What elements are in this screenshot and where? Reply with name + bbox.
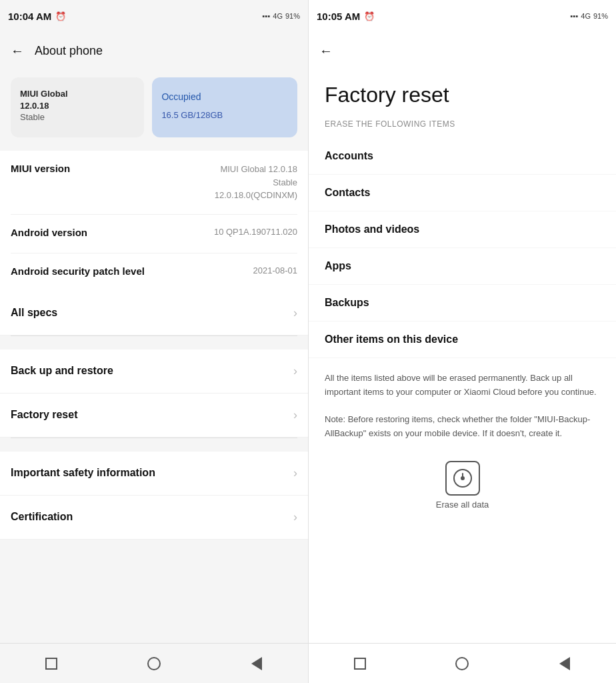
erase-contacts-label: Contacts (325, 187, 370, 198)
factory-reset-label: Factory reset (11, 409, 78, 421)
miui-card-line1: MIUI Global (20, 88, 135, 100)
left-back-nav[interactable] (247, 654, 266, 673)
right-signal-icon: ▪▪▪ (571, 12, 579, 20)
factory-reset-chevron: › (293, 408, 297, 422)
miui-card-line2: 12.0.18 (20, 100, 135, 112)
right-home-nav[interactable] (453, 654, 471, 673)
factory-reset-content: Factory reset ERASE THE FOLLOWING ITEMS … (309, 69, 616, 643)
left-header: ← About phone (0, 32, 308, 69)
storage-card: Occupied 16.5 GB/128GB (152, 77, 297, 137)
left-battery-label: 91% (285, 12, 300, 20)
miui-version-card: MIUI Global 12.0.18 Stable (11, 77, 144, 137)
info-section: MIUI version MIUI Global 12.0.18 Stable … (0, 151, 308, 291)
all-specs-chevron: › (293, 306, 297, 320)
erase-item-backups: Backups (309, 285, 616, 321)
left-circle-icon (147, 657, 161, 670)
safety-info-row[interactable]: Important safety information › (0, 452, 308, 496)
left-alarm-icon: ⏰ (55, 11, 66, 21)
erase-item-contacts: Contacts (309, 175, 616, 211)
left-home-nav[interactable] (145, 654, 163, 673)
erase-accounts-label: Accounts (325, 150, 373, 161)
android-version-row: Android version 10 QP1A.190711.020 (11, 215, 297, 253)
left-signal-icon: ▪▪▪ (263, 12, 271, 20)
left-back-button[interactable]: ← (11, 43, 24, 59)
certification-chevron: › (293, 510, 297, 524)
right-time: 10:05 AM (317, 11, 360, 22)
erase-photos-label: Photos and videos (325, 223, 419, 235)
safety-info-label: Important safety information (11, 467, 155, 479)
right-back-button[interactable]: ← (319, 43, 333, 59)
erase-item-other: Other items on this device (309, 321, 616, 358)
left-square-nav[interactable] (42, 654, 61, 673)
right-bottom-nav (309, 643, 616, 683)
left-square-icon (45, 658, 57, 670)
right-panel: 10:05 AM ⏰ ▪▪▪ 4G 91% ← Factory reset ER… (308, 0, 616, 683)
left-status-bar: 10:04 AM ⏰ ▪▪▪ 4G 91% (0, 0, 308, 32)
erase-button-area: Erase all data (309, 454, 616, 523)
left-bottom-nav (0, 643, 308, 683)
note1: All the items listed above will be erase… (325, 372, 600, 400)
notes-section: All the items listed above will be erase… (309, 358, 616, 454)
left-panel: 10:04 AM ⏰ ▪▪▪ 4G 91% ← About phone MIUI… (0, 0, 308, 683)
backup-restore-label: Back up and restore (11, 365, 113, 377)
miui-card-line3: Stable (20, 112, 135, 122)
right-status-bar: 10:05 AM ⏰ ▪▪▪ 4G 91% (309, 0, 616, 32)
right-alarm-icon: ⏰ (364, 11, 375, 21)
right-triangle-icon (559, 657, 570, 670)
security-patch-value: 2021-08-01 (253, 265, 298, 275)
right-back-nav[interactable] (555, 654, 574, 673)
erase-item-accounts: Accounts (309, 138, 616, 175)
right-square-icon (354, 658, 366, 670)
right-circle-icon (455, 657, 469, 670)
erase-other-label: Other items on this device (325, 333, 458, 345)
left-4g-label: 4G (273, 12, 283, 20)
storage-value: 16.5 GB/128GB (161, 102, 288, 123)
backup-restore-chevron: › (293, 364, 297, 378)
all-specs-row[interactable]: All specs › (0, 291, 308, 335)
erase-item-photos: Photos and videos (309, 211, 616, 248)
backup-restore-row[interactable]: Back up and restore › (0, 350, 308, 394)
safety-info-chevron: › (293, 466, 297, 480)
section-gap-2 (0, 438, 308, 452)
storage-total: /128GB (193, 110, 223, 120)
security-patch-row: Android security patch level 2021-08-01 (11, 253, 297, 291)
left-time: 10:04 AM (8, 11, 51, 22)
all-specs-label: All specs (11, 307, 57, 319)
note2: Note: Before restoring items, check whet… (325, 413, 600, 441)
right-header: ← (309, 32, 616, 69)
miui-version-row: MIUI version MIUI Global 12.0.18 Stable … (11, 151, 297, 215)
miui-version-label: MIUI version (11, 163, 70, 174)
left-triangle-icon (251, 657, 262, 670)
right-4g-label: 4G (581, 12, 591, 20)
certification-row[interactable]: Certification › (0, 496, 308, 540)
left-status-icons: ▪▪▪ 4G 91% (263, 12, 300, 20)
erase-item-apps: Apps (309, 248, 616, 285)
left-header-title: About phone (35, 44, 103, 58)
erase-all-data-button[interactable] (445, 461, 480, 496)
version-storage-area: MIUI Global 12.0.18 Stable Occupied 16.5… (0, 69, 308, 151)
erase-backups-label: Backups (325, 297, 369, 308)
erase-icon (453, 469, 472, 488)
erase-section-label: ERASE THE FOLLOWING ITEMS (309, 114, 616, 138)
certification-label: Certification (11, 511, 73, 523)
android-version-value: 10 QP1A.190711.020 (214, 227, 297, 237)
right-square-nav[interactable] (351, 654, 369, 673)
storage-label: Occupied (161, 91, 288, 102)
right-battery-label: 91% (593, 12, 608, 20)
erase-icon-line (462, 473, 463, 478)
section-gap-1 (0, 336, 308, 350)
left-spacer (0, 540, 308, 644)
android-version-label: Android version (11, 227, 87, 238)
factory-reset-title: Factory reset (309, 69, 616, 114)
miui-version-value: MIUI Global 12.0.18 Stable 12.0.18.0(QCD… (215, 163, 297, 202)
erase-button-label: Erase all data (436, 500, 489, 510)
erase-apps-label: Apps (325, 260, 351, 271)
security-patch-label: Android security patch level (11, 265, 145, 277)
factory-reset-row[interactable]: Factory reset › (0, 394, 308, 438)
right-status-icons: ▪▪▪ 4G 91% (571, 12, 608, 20)
